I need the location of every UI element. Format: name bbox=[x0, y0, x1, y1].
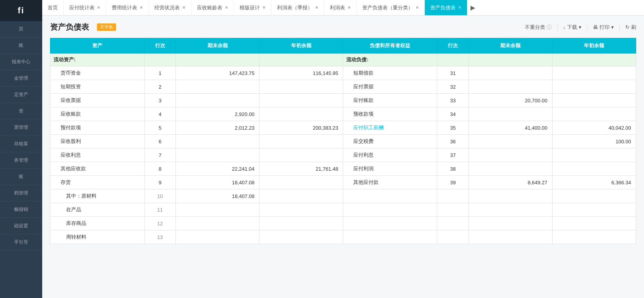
sidebar-item-ledger[interactable]: 账 bbox=[0, 37, 42, 54]
liability-name: 应付票据 bbox=[343, 80, 437, 94]
sidebar-logo: fi bbox=[0, 0, 42, 21]
tab-bs-reclassify[interactable]: 资产负债表（重分类） ✕ bbox=[357, 0, 425, 16]
begin-bal-left bbox=[259, 203, 343, 217]
line-right bbox=[437, 230, 469, 244]
asset-name: 预付款项 bbox=[50, 121, 145, 135]
asset-name: 应收票据 bbox=[50, 94, 145, 107]
begin-bal-right bbox=[552, 162, 636, 176]
begin-bal-left: 200,383.23 bbox=[259, 121, 343, 135]
tab-operations[interactable]: 经营状况表 ✕ bbox=[149, 0, 191, 16]
table-row[interactable]: 在产品 11 bbox=[50, 203, 636, 217]
content-area: 资产负债表 不平衡 不重分类 ⓘ ↓ 下载 ▾ 🖶 打印 ▾ bbox=[42, 16, 644, 298]
sidebar-item-expense[interactable]: 畅报销 bbox=[0, 202, 42, 218]
begin-bal-right: 6,366.34 bbox=[552, 176, 636, 189]
sidebar-item-guide[interactable]: 手引导 bbox=[0, 234, 42, 251]
end-bal-right: 8,649.27 bbox=[469, 176, 552, 189]
line-left: 9 bbox=[144, 176, 175, 189]
tab-scroll-right[interactable]: ▶ bbox=[467, 4, 478, 11]
asset-name: 其中：原材料 bbox=[50, 189, 145, 203]
liability-name: 应付利润 bbox=[343, 162, 437, 176]
liability-name: 短期借款 bbox=[343, 66, 437, 80]
tab-expense-stats[interactable]: 费用统计表 ✕ bbox=[106, 0, 149, 16]
sidebar-item-bills[interactable]: 票管理 bbox=[0, 120, 42, 136]
table-row[interactable]: 短期投资 2 应付票据 32 bbox=[50, 80, 636, 94]
begin-bal-right bbox=[552, 189, 636, 203]
table-row[interactable]: 应收利息 7 应付利息 37 bbox=[50, 148, 636, 162]
tab-close-template-design[interactable]: ✕ bbox=[262, 5, 266, 10]
begin-bal-left bbox=[259, 94, 343, 107]
end-bal-left bbox=[176, 148, 259, 162]
end-bal-left: 2,920.00 bbox=[176, 107, 259, 121]
tab-ap-stats[interactable]: 应付统计表 ✕ bbox=[64, 0, 106, 16]
sidebar-item-funds[interactable]: 金管理 bbox=[0, 70, 42, 87]
print-chevron-icon: ▾ bbox=[611, 24, 614, 30]
liability-name: 应交税费 bbox=[343, 135, 437, 148]
sidebar-item-investment[interactable]: 资 bbox=[0, 103, 42, 120]
line-left: 8 bbox=[144, 162, 175, 176]
sidebar-item-inventory[interactable]: 存核算 bbox=[0, 136, 42, 152]
section-left-label: 流动资产: bbox=[50, 54, 145, 66]
tab-profit-quarterly[interactable]: 利润表（季报） ✕ bbox=[272, 0, 324, 16]
th-asset: 资产 bbox=[50, 38, 145, 54]
table-row[interactable]: 应收股利 6 应交税费 36 100.00 bbox=[50, 135, 636, 148]
tab-profit[interactable]: 利润表 ✕ bbox=[324, 0, 357, 16]
tab-close-expense-stats[interactable]: ✕ bbox=[140, 5, 143, 10]
tab-template-design[interactable]: 模版设计 ✕ bbox=[234, 0, 272, 16]
line-left: 10 bbox=[144, 189, 175, 203]
sidebar-item-home[interactable]: 页 bbox=[0, 21, 42, 37]
sidebar-item-tax[interactable]: 务管理 bbox=[0, 152, 42, 169]
line-left: 2 bbox=[144, 80, 175, 94]
tab-close-operations[interactable]: ✕ bbox=[182, 5, 186, 10]
help-icon[interactable]: ⓘ bbox=[547, 24, 552, 31]
table-row[interactable]: 预付款项 5 2,012.23 200,383.23 应付职工薪酬 35 41,… bbox=[50, 121, 636, 135]
download-icon: ↓ bbox=[563, 24, 566, 30]
line-right: 35 bbox=[437, 121, 469, 135]
tab-close-bs-reclassify[interactable]: ✕ bbox=[415, 5, 419, 10]
begin-bal-left: 21,761.48 bbox=[259, 162, 343, 176]
tab-home[interactable]: 首页 bbox=[42, 0, 64, 16]
tab-close-ap-stats[interactable]: ✕ bbox=[97, 5, 100, 10]
sidebar-item-archive[interactable]: 档管理 bbox=[0, 185, 42, 202]
line-right: 37 bbox=[437, 148, 469, 162]
line-left: 1 bbox=[144, 66, 175, 80]
th-liability: 负债和所有者权益 bbox=[343, 38, 437, 54]
table-row[interactable]: 库存商品 12 bbox=[50, 217, 636, 230]
end-bal-right bbox=[469, 230, 552, 244]
no-reclassify-btn[interactable]: 不重分类 ⓘ bbox=[525, 24, 552, 31]
end-bal-left bbox=[176, 217, 259, 230]
sidebar-item-book[interactable]: 账 bbox=[0, 169, 42, 185]
table-row[interactable]: 应收账款 4 2,920.00 预收款项 34 bbox=[50, 107, 636, 121]
liability-name bbox=[343, 203, 437, 217]
tab-close-profit-quarterly[interactable]: ✕ bbox=[315, 5, 318, 10]
table-row[interactable]: 其他应收款 8 22,241.04 21,761.48 应付利润 38 bbox=[50, 162, 636, 176]
begin-bal-right bbox=[552, 217, 636, 230]
page-header: 资产负债表 不平衡 不重分类 ⓘ ↓ 下载 ▾ 🖶 打印 ▾ bbox=[50, 22, 636, 32]
table-row[interactable]: 周转材料 13 bbox=[50, 230, 636, 244]
tab-close-profit[interactable]: ✕ bbox=[347, 5, 351, 10]
section-line-left bbox=[144, 54, 175, 66]
sidebar-item-report-center[interactable]: 报表中心 bbox=[0, 54, 42, 70]
download-btn[interactable]: ↓ 下载 ▾ bbox=[563, 24, 582, 31]
table-row[interactable]: 货币资金 1 147,423.75 116,145.95 短期借款 31 bbox=[50, 66, 636, 80]
sidebar-item-settings[interactable]: 础设置 bbox=[0, 218, 42, 234]
print-label: 打印 bbox=[599, 24, 610, 31]
tab-close-ar-aging[interactable]: ✕ bbox=[225, 5, 228, 10]
table-row[interactable]: 存货 9 18,407.08 其他应付款 39 8,649.27 6,366.3… bbox=[50, 176, 636, 189]
end-bal-left: 147,423.75 bbox=[176, 66, 259, 80]
table-row[interactable]: 应收票据 3 应付账款 33 20,700.00 bbox=[50, 94, 636, 107]
asset-name: 存货 bbox=[50, 176, 145, 189]
end-bal-right bbox=[469, 107, 552, 121]
end-bal-right bbox=[469, 189, 552, 203]
begin-bal-left bbox=[259, 135, 343, 148]
print-btn[interactable]: 🖶 打印 ▾ bbox=[593, 24, 614, 31]
tab-ar-aging[interactable]: 应收账龄表 ✕ bbox=[191, 0, 234, 16]
tab-close-bs[interactable]: ✕ bbox=[458, 5, 462, 10]
refresh-btn[interactable]: ↻ 刷 bbox=[625, 24, 636, 31]
tab-bs[interactable]: 资产负债表 ✕ bbox=[425, 0, 467, 16]
end-bal-left: 18,407.08 bbox=[176, 189, 259, 203]
line-left: 7 bbox=[144, 148, 175, 162]
table-row[interactable]: 其中：原材料 10 18,407.08 bbox=[50, 189, 636, 203]
line-right: 31 bbox=[437, 66, 469, 80]
sidebar-item-fixed-assets[interactable]: 定资产 bbox=[0, 87, 42, 103]
asset-name: 在产品 bbox=[50, 203, 145, 217]
